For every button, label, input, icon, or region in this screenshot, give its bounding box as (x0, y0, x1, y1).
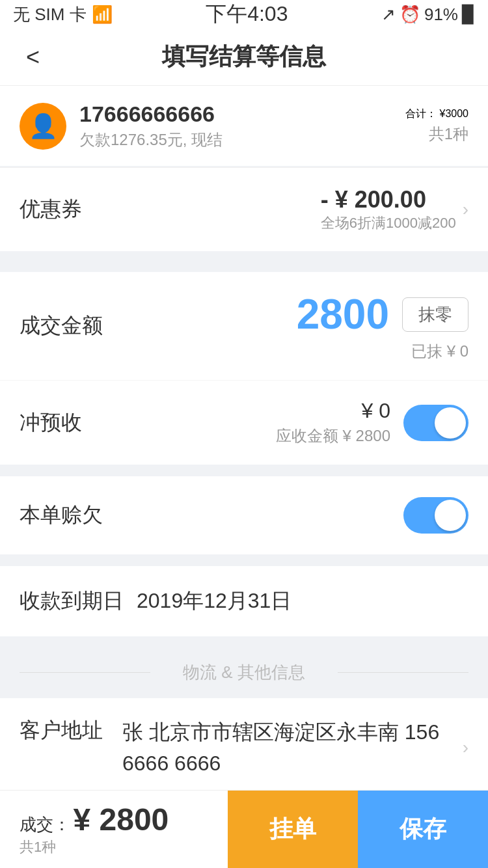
deal-amount-label: 成交金额 (20, 312, 103, 340)
bottom-count: 共1种 (20, 837, 208, 857)
save-button[interactable]: 保存 (358, 791, 488, 868)
total-count: 共1种 (405, 124, 468, 144)
logistics-line-left (20, 672, 150, 673)
customer-info: 17666666666 欠款1276.35元, 现结 (79, 102, 223, 150)
coupon-desc: 全场6折满1000减200 (321, 213, 456, 233)
status-left: 无 SIM 卡 📶 (13, 3, 113, 26)
logistics-section-header: 物流 & 其他信息 (0, 648, 488, 697)
logistics-line-right (338, 672, 468, 673)
bottom-deal-line: 成交： ¥ 2800 (20, 802, 208, 837)
section-divider-1 (0, 262, 488, 272)
avatar: 👤 (20, 103, 66, 150)
prepay-amount: ¥ 0 (276, 399, 390, 423)
prepay-row: 冲预收 ¥ 0 应收金额 ¥ 2800 (0, 381, 488, 465)
bottom-bar: 成交： ¥ 2800 共1种 挂单 保存 (0, 790, 488, 868)
customer-debt: 欠款1276.35元, 现结 (79, 129, 223, 150)
status-right: ↗ ⏰ 91% ▉ (381, 5, 475, 25)
address-value: 张 北京市市辖区海淀区永丰南 156 6666 6666 (122, 716, 443, 779)
bottom-deal-label: 成交： (20, 815, 70, 834)
prepay-receivable: 应收金额 ¥ 2800 (276, 426, 390, 446)
deal-amount-right: 2800 抹零 已抹 ¥ 0 (297, 290, 468, 362)
deal-amount-row: 成交金额 2800 抹零 已抹 ¥ 0 (0, 272, 488, 381)
battery-icon: ▉ (462, 5, 475, 25)
round-off-button[interactable]: 抹零 (402, 297, 468, 332)
total-amount: ¥3000 (440, 108, 469, 119)
customer-left: 👤 17666666666 欠款1276.35元, 现结 (20, 102, 223, 150)
prepay-right: ¥ 0 应收金额 ¥ 2800 (276, 399, 468, 446)
customer-card: 👤 17666666666 欠款1276.35元, 现结 合计： ¥3000 共… (0, 86, 488, 166)
bottom-actions: 挂单 保存 (228, 791, 488, 868)
coupon-amount: - ¥ 200.00 (321, 186, 456, 213)
debt-toggle[interactable] (403, 497, 468, 534)
deal-amount-group: 2800 抹零 (297, 290, 468, 338)
carrier-text: 无 SIM 卡 (13, 3, 87, 26)
deal-amount-value: 2800 (297, 290, 389, 338)
coupon-label: 优惠券 (20, 195, 82, 224)
battery-text: 91% (424, 5, 458, 25)
alarm-icon: ⏰ (400, 5, 420, 25)
bottom-deal-amount: ¥ 2800 (73, 802, 169, 837)
back-button[interactable]: < (20, 37, 46, 77)
debt-label: 本单赊欠 (20, 501, 103, 530)
coupon-right-content: - ¥ 200.00 全场6折满1000减200 (321, 186, 456, 233)
prepay-right-inner: ¥ 0 应收金额 ¥ 2800 (276, 399, 468, 446)
deal-amount-sub: 已抹 ¥ 0 (297, 341, 468, 362)
total-label: 合计： (405, 108, 437, 119)
hold-button[interactable]: 挂单 (228, 791, 358, 868)
logistics-label: 物流 & 其他信息 (183, 661, 305, 684)
customer-phone: 17666666666 (79, 102, 223, 127)
chevron-right-icon: › (463, 199, 468, 220)
section-divider-4 (0, 638, 488, 648)
debt-row: 本单赊欠 (0, 476, 488, 554)
customer-right: 合计： ¥3000 共1种 (405, 107, 468, 144)
prepay-label: 冲预收 (20, 409, 82, 437)
prepay-toggle[interactable] (403, 405, 468, 441)
address-chevron-icon: › (463, 737, 468, 758)
coupon-row[interactable]: 优惠券 - ¥ 200.00 全场6折满1000减200 › (0, 167, 488, 251)
address-label: 客户地址 (20, 716, 103, 745)
page-title: 填写结算等信息 (162, 41, 326, 73)
status-bar: 无 SIM 卡 📶 下午4:03 ↗ ⏰ 91% ▉ (0, 0, 488, 29)
due-date-label: 收款到期日 (20, 587, 124, 616)
debt-toggle-knob (435, 500, 466, 531)
status-time: 下午4:03 (206, 0, 288, 29)
wifi-icon: 📶 (92, 5, 113, 25)
deal-amount-section: 成交金额 2800 抹零 已抹 ¥ 0 冲预收 ¥ 0 应收金额 ¥ 2800 (0, 272, 488, 465)
address-row[interactable]: 客户地址 张 北京市市辖区海淀区永丰南 156 6666 6666 › (0, 698, 488, 797)
avatar-icon: 👤 (29, 113, 58, 140)
location-icon: ↗ (381, 5, 396, 25)
coupon-right: - ¥ 200.00 全场6折满1000减200 › (321, 186, 468, 233)
prepay-values: ¥ 0 应收金额 ¥ 2800 (276, 399, 390, 446)
bottom-summary: 成交： ¥ 2800 共1种 (0, 802, 228, 857)
toggle-knob (435, 407, 466, 439)
section-divider-2 (0, 466, 488, 476)
due-date-value: 2019年12月31日 (137, 587, 291, 616)
nav-bar: < 填写结算等信息 (0, 29, 488, 86)
section-divider-3 (0, 556, 488, 566)
due-date-row: 收款到期日 2019年12月31日 (0, 566, 488, 636)
content: 👤 17666666666 欠款1276.35元, 现结 合计： ¥3000 共… (0, 86, 488, 868)
